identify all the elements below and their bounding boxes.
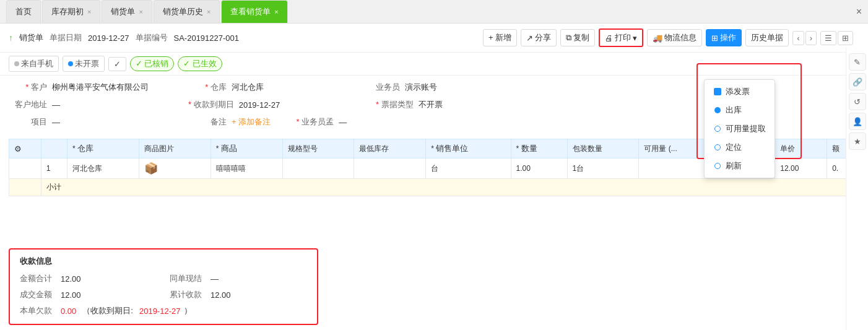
available-qty-label: 可用量提取 xyxy=(726,123,766,134)
logistics-button[interactable]: 🚚 物流信息 xyxy=(647,29,702,46)
next-button[interactable]: › xyxy=(805,31,817,45)
row-unit-price-cell: 12.00 xyxy=(775,158,827,179)
confirm-button[interactable]: ✓ xyxy=(108,57,126,71)
dropdown-locate[interactable]: 定位 xyxy=(705,138,775,157)
locate-icon xyxy=(713,143,722,152)
col-pkg-qty: 包装数量 xyxy=(567,139,639,158)
sidebar-link-button[interactable]: 🔗 xyxy=(849,73,866,90)
locate-label: 定位 xyxy=(726,142,742,153)
row-settings-cell xyxy=(9,158,41,179)
doc-toolbar: + 新增 ↗ 分享 ⧉ 复制 🖨 打印 ▾ 🚚 物流信息 xyxy=(477,28,859,47)
right-sidebar: ✎ 🔗 ↺ 👤 ★ ⛶ xyxy=(846,47,868,330)
settings-gear-icon: ⚙ xyxy=(14,144,22,154)
dropdown-available-qty[interactable]: 可用量提取 xyxy=(705,119,775,138)
dropdown-outbound[interactable]: 出库 xyxy=(705,101,775,119)
sidebar-user-button[interactable]: 👤 xyxy=(849,113,866,130)
tab-sales-label: 销货单 xyxy=(111,6,135,17)
refresh-sidebar-icon: ↺ xyxy=(854,97,861,106)
sidebar-refresh-button[interactable]: ↺ xyxy=(849,93,866,110)
same-order-label: 同单现结 xyxy=(170,273,207,284)
project-row: 项目 — xyxy=(9,116,163,128)
same-order-row: 同单现结 — xyxy=(170,272,307,285)
new-label: + 新增 xyxy=(488,32,511,43)
new-button[interactable]: + 新增 xyxy=(483,29,517,46)
doc-header: ↑ 销货单 单据日期 2019-12-27 单据编号 SA-20191227-0… xyxy=(0,24,868,53)
col-product: * 商品 xyxy=(210,139,282,158)
sales-staff-label: 业务员孟 xyxy=(295,116,339,128)
payment-date-value: 2019-12-27 xyxy=(239,100,350,110)
tab-home-label: 首页 xyxy=(15,6,32,17)
phone-dot-icon xyxy=(14,61,19,66)
prev-button[interactable]: ‹ xyxy=(792,31,804,45)
transaction-amount-value: 12.00 xyxy=(61,290,81,300)
transaction-amount-row: 成交金额 12.00 xyxy=(20,288,157,302)
from-phone-button[interactable]: 来自手机 xyxy=(9,56,59,72)
share-label: 分享 xyxy=(535,32,551,43)
subtotal-settings-cell xyxy=(9,179,41,196)
ops-button[interactable]: ⊞ 操作 xyxy=(706,29,742,46)
product-image-icon: 📦 xyxy=(144,162,158,175)
address-label: 客户地址 xyxy=(9,99,52,110)
dropdown-refresh[interactable]: 刷新 xyxy=(705,157,775,175)
sidebar-star-button[interactable]: ★ xyxy=(849,132,866,150)
from-phone-label: 来自手机 xyxy=(21,58,53,69)
cumulative-payment-row: 累计收款 12.00 xyxy=(170,288,307,302)
note-row: 备注 + 添加备注 xyxy=(188,116,271,128)
payment-date-label: 收款到期日 xyxy=(188,99,239,110)
window-close-button[interactable]: × xyxy=(856,6,862,17)
share-icon: ↗ xyxy=(526,33,533,43)
grid-view-button[interactable]: ⊞ xyxy=(838,31,853,45)
user-icon: 👤 xyxy=(853,117,862,126)
confirm-check-icon: ✓ xyxy=(114,59,121,69)
verified-status-button[interactable]: ✓ 已核销 xyxy=(130,56,174,71)
total-amount-label: 金额合计 xyxy=(20,273,57,284)
cumulative-payment-label: 累计收款 xyxy=(170,289,207,300)
col-qty: * 数量 xyxy=(511,139,567,158)
ops-label: 操作 xyxy=(720,32,736,43)
tab-view-sales[interactable]: 查看销货单 × xyxy=(221,0,287,23)
payment-info-grid: 金额合计 12.00 同单现结 — 成交金额 12.00 累计收款 12.00 … xyxy=(20,272,307,318)
verified-check-icon: ✓ xyxy=(136,59,142,68)
print-dropdown-arrow: ▾ xyxy=(633,33,637,43)
add-note-button[interactable]: + 添加备注 xyxy=(232,116,271,128)
tab-sales-history[interactable]: 销货单历史 × xyxy=(154,0,220,23)
col-spec: 规格型号 xyxy=(282,139,354,158)
customer-value: 柳州粤港平安气体有限公司 xyxy=(52,82,163,93)
add-invoice-label: 添发票 xyxy=(726,86,750,97)
history-label: 历史单据 xyxy=(751,32,783,43)
print-button[interactable]: 🖨 打印 ▾ xyxy=(599,28,643,47)
header-right-toolbar: + 新增 ↗ 分享 ⧉ 复制 🖨 打印 ▾ 🚚 物流信息 xyxy=(477,28,859,47)
invoice-status-button[interactable]: 未开票 xyxy=(63,56,105,72)
view-icons: ☰ ⊞ xyxy=(820,31,853,45)
share-button[interactable]: ↗ 分享 xyxy=(521,29,557,46)
tab-inventory-init[interactable]: 库存期初 × xyxy=(42,0,100,23)
doc-number-value: SA-20191227-001 xyxy=(174,33,240,43)
col-unit-price: 单价 xyxy=(775,139,827,158)
project-value: — xyxy=(52,118,163,127)
history-button[interactable]: 历史单据 xyxy=(745,29,789,46)
refresh-label: 刷新 xyxy=(726,160,742,172)
outbound-label: 出库 xyxy=(726,105,742,116)
invoice-dot-icon xyxy=(68,61,73,66)
logistics-icon: 🚚 xyxy=(653,33,662,43)
payment-info-title: 收款信息 xyxy=(20,256,307,267)
tab-sales-close[interactable]: × xyxy=(139,8,142,15)
effective-status-button[interactable]: ✓ 已生效 xyxy=(178,56,222,71)
dropdown-add-invoice[interactable]: 添发票 xyxy=(705,82,775,101)
col-unit: * 销售单位 xyxy=(426,139,511,158)
subtotal-label: 小计 xyxy=(41,179,859,196)
doc-type-label: 销货单 xyxy=(19,32,43,43)
project-label: 项目 xyxy=(9,116,52,128)
tab-home[interactable]: 首页 xyxy=(6,0,41,23)
copy-button[interactable]: ⧉ 复制 xyxy=(560,29,595,46)
tab-sales-order[interactable]: 销货单 × xyxy=(102,0,152,23)
list-view-button[interactable]: ☰ xyxy=(820,31,836,45)
col-min-stock: 最低库存 xyxy=(354,139,426,158)
col-settings[interactable]: ⚙ xyxy=(9,139,41,158)
tab-inventory-close[interactable]: × xyxy=(87,8,91,15)
total-amount-row: 金额合计 12.00 xyxy=(20,272,157,285)
tab-view-close[interactable]: × xyxy=(274,8,278,15)
tab-inventory-label: 库存期初 xyxy=(51,6,84,17)
tab-history-close[interactable]: × xyxy=(207,8,210,15)
sidebar-edit-button[interactable]: ✎ xyxy=(849,53,866,71)
